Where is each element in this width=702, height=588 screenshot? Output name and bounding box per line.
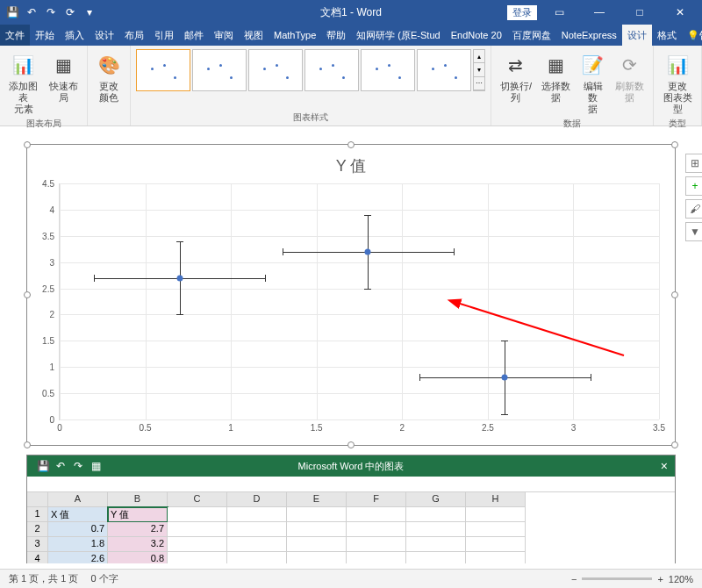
cell[interactable]: 3 <box>27 537 48 552</box>
chart-object[interactable]: ⊞ + 🖌 ▼ Y 值 00.511.522.533.544.500.511.5… <box>26 144 676 446</box>
zoom-level[interactable]: 120% <box>669 574 693 584</box>
menu-review[interactable]: 审阅 <box>209 25 239 46</box>
cell[interactable] <box>27 492 48 507</box>
cell[interactable] <box>287 537 347 552</box>
resize-handle[interactable] <box>24 441 31 448</box>
chart-filters-icon[interactable]: ▼ <box>685 222 702 241</box>
menu-chart-design[interactable]: 设计 <box>622 25 652 46</box>
page-indicator[interactable]: 第 1 页，共 1 页 <box>9 572 78 585</box>
resize-handle[interactable] <box>24 141 31 148</box>
cell[interactable] <box>466 537 526 552</box>
menu-mathtype[interactable]: MathType <box>269 25 321 46</box>
menu-home[interactable]: 开始 <box>30 25 60 46</box>
change-colors-button[interactable]: 🎨更改 颜色 <box>93 49 125 105</box>
redo-icon[interactable]: ↷ <box>42 4 60 21</box>
cell[interactable] <box>287 552 347 563</box>
menu-layout[interactable]: 布局 <box>119 25 149 46</box>
chart-plot-area[interactable]: 00.511.522.533.544.500.511.522.533.5 <box>59 183 659 420</box>
minimize-icon[interactable]: — <box>581 0 618 25</box>
chart-style-gallery[interactable]: ▴▾⋯ <box>136 49 485 91</box>
document-area[interactable]: ⊞ + 🖌 ▼ Y 值 00.511.522.533.544.500.511.5… <box>0 126 702 563</box>
cell[interactable] <box>227 552 287 563</box>
quick-layout-button[interactable]: ▦快速布局 <box>46 49 82 105</box>
cell[interactable] <box>466 522 526 537</box>
cell[interactable]: 3.2 <box>108 537 168 552</box>
chart-elements-icon[interactable]: + <box>685 176 702 196</box>
menu-help[interactable]: 帮助 <box>321 25 351 46</box>
cell[interactable]: 1.8 <box>48 537 108 552</box>
qat-dropdown-icon[interactable]: ▾ <box>81 4 98 21</box>
chart-style-2[interactable] <box>192 49 247 91</box>
resize-handle[interactable] <box>671 141 678 148</box>
chart-style-3[interactable] <box>248 49 303 91</box>
resize-handle[interactable] <box>671 291 678 298</box>
excel-undo-icon[interactable]: ↶ <box>52 457 69 475</box>
excel-edit-icon[interactable]: ▦ <box>87 457 104 475</box>
cell[interactable]: B <box>108 492 168 507</box>
chart-style-1[interactable] <box>136 49 190 91</box>
tell-me[interactable]: 💡 告诉我 <box>682 25 702 46</box>
cell[interactable]: F <box>347 492 406 507</box>
formula-bar[interactable] <box>27 477 675 492</box>
menu-noteexpress[interactable]: NoteExpress <box>556 25 622 46</box>
switch-row-col-button[interactable]: ⇄切换行/列 <box>497 49 534 105</box>
close-icon[interactable]: ✕ <box>662 0 698 25</box>
cell[interactable] <box>406 522 466 537</box>
cell[interactable] <box>406 537 466 552</box>
cell[interactable] <box>168 552 227 563</box>
cell[interactable] <box>287 522 347 537</box>
style-gallery-more[interactable]: ▴▾⋯ <box>473 49 485 91</box>
cell[interactable]: 0.7 <box>48 522 108 537</box>
chart-style-5[interactable] <box>361 49 415 91</box>
menu-insert[interactable]: 插入 <box>60 25 90 46</box>
maximize-icon[interactable]: □ <box>621 0 658 25</box>
cell[interactable] <box>406 507 466 522</box>
cell[interactable] <box>347 507 406 522</box>
cell[interactable]: H <box>466 492 526 507</box>
resize-handle[interactable] <box>24 291 31 298</box>
cell[interactable] <box>347 522 406 537</box>
layout-options-icon[interactable]: ⊞ <box>685 154 702 173</box>
cell[interactable]: D <box>227 492 287 507</box>
ribbon-options-icon[interactable]: ▭ <box>541 0 577 25</box>
resize-handle[interactable] <box>347 141 355 148</box>
excel-redo-icon[interactable]: ↷ <box>69 457 87 475</box>
cell[interactable]: Y 值 <box>108 507 168 522</box>
cell[interactable]: X 值 <box>48 507 108 522</box>
change-chart-type-button[interactable]: 📊更改 图表类型 <box>659 49 696 118</box>
add-chart-element-button[interactable]: 📊添加图表 元素 <box>5 49 42 118</box>
refresh-icon[interactable]: ⟳ <box>61 4 79 21</box>
cell[interactable] <box>168 537 227 552</box>
cell[interactable] <box>227 507 287 522</box>
cell[interactable]: 0.8 <box>108 552 168 563</box>
refresh-data-button[interactable]: ⟳刷新数据 <box>612 49 648 105</box>
chart-styles-icon[interactable]: 🖌 <box>685 199 702 219</box>
cell[interactable] <box>168 507 227 522</box>
login-button[interactable]: 登录 <box>507 5 537 20</box>
cell[interactable]: G <box>406 492 466 507</box>
cell[interactable] <box>466 507 526 522</box>
menu-baidu[interactable]: 百度网盘 <box>507 25 556 46</box>
select-data-button[interactable]: ▦选择数据 <box>538 49 573 105</box>
cell[interactable]: 1 <box>27 507 48 522</box>
chart-style-4[interactable] <box>304 49 359 91</box>
cell[interactable]: A <box>48 492 108 507</box>
chart-title[interactable]: Y 值 <box>34 155 668 176</box>
word-count[interactable]: 0 个字 <box>90 572 118 585</box>
menu-design[interactable]: 设计 <box>90 25 119 46</box>
edit-data-button[interactable]: 📝编辑数 据 <box>577 49 609 118</box>
cell[interactable] <box>287 507 347 522</box>
spreadsheet-grid[interactable]: ABCDEFGH1X 值Y 值20.72.731.83.242.60.85 <box>27 492 675 563</box>
cell[interactable] <box>406 552 466 563</box>
cell[interactable] <box>168 522 227 537</box>
zoom-out-icon[interactable]: − <box>571 574 577 584</box>
cell[interactable] <box>227 522 287 537</box>
menu-endnote[interactable]: EndNote 20 <box>446 25 507 46</box>
cell[interactable] <box>227 537 287 552</box>
excel-close-icon[interactable]: × <box>661 459 668 473</box>
chart-style-6[interactable] <box>417 49 471 91</box>
excel-save-icon[interactable]: 💾 <box>34 457 52 475</box>
menu-file[interactable]: 文件 <box>0 25 30 46</box>
menu-view[interactable]: 视图 <box>239 25 269 46</box>
resize-handle[interactable] <box>347 441 355 448</box>
